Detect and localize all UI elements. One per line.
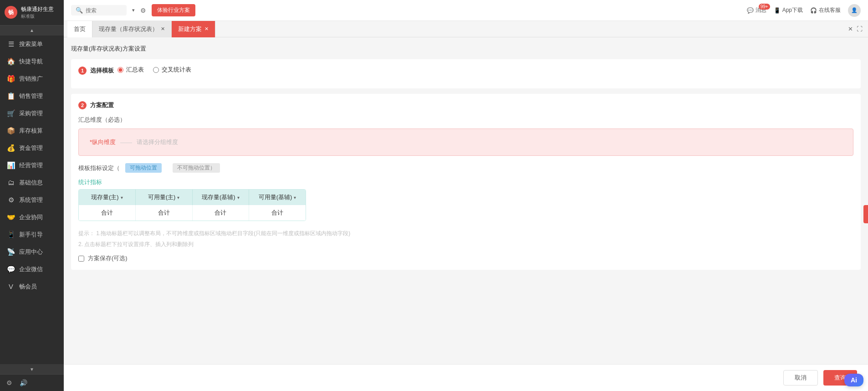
step2-header: 2 方案配置 (78, 101, 853, 109)
tab-home[interactable]: 首页 (67, 21, 92, 37)
step2-badge: 2 (78, 101, 87, 109)
stat-table-section: 统计指标 现存量(主) ▾ 可用量(主) ▾ 现存量(基辅) (78, 178, 853, 222)
stat-col-1[interactable]: 现存量(主) ▾ (79, 190, 136, 205)
sidebar-item-basic-info[interactable]: 🗂 基础信息 (0, 174, 64, 191)
stat-cell-1: 合计 (79, 205, 136, 221)
app-download-item[interactable]: 📱 App下载 (774, 6, 803, 14)
wechat-icon: 💬 (6, 265, 15, 273)
topbar: 🔍 ▾ ⚙ 体验行业方案 💬 消息 99+ 📱 App下载 🎧 在线客服 (64, 0, 868, 21)
sidebar-item-sales[interactable]: 📋 销售管理 (0, 87, 64, 105)
sidebar-scroll-up[interactable]: ▲ (0, 26, 64, 36)
sidebar-item-finance[interactable]: 💰 资金管理 (0, 139, 64, 157)
sidebar-item-system[interactable]: ⚙ 系统管理 (0, 191, 64, 209)
topbar-dropdown[interactable]: ▾ (132, 7, 135, 13)
guide-icon: 📱 (6, 231, 15, 239)
stat-col-4[interactable]: 可用量(基辅) ▾ (249, 190, 306, 205)
sidebar-item-operation[interactable]: 📊 经营管理 (0, 157, 64, 174)
sidebar-scroll-down[interactable]: ▼ (0, 364, 64, 374)
gift-icon: 🎁 (6, 75, 15, 83)
bottom-actions: 取消 查询 (64, 364, 868, 391)
summary-dimension-label: 汇总维度（必选） (78, 116, 853, 124)
statistics-label: 统计指标 (78, 178, 853, 186)
metrics-settings: 模板指标设定（ 可拖动位置 不可拖动位置） (78, 163, 853, 173)
sidebar-item-purchase[interactable]: 🛒 采购管理 (0, 105, 64, 122)
scroll-handle[interactable] (863, 205, 868, 223)
chevron-col1-icon: ▾ (121, 195, 123, 200)
step2-title: 方案配置 (90, 101, 114, 109)
non-draggable-badge-text: 不可拖动位置） (173, 163, 220, 173)
sidebar: 畅 畅康通好生意 标准版 ▲ ☰ 搜索菜单 🏠 快捷导航 🎁 营销推广 📋 销售… (0, 0, 64, 391)
message-icon: 💬 (747, 7, 754, 14)
ai-float-button[interactable]: Ai (844, 374, 863, 386)
sidebar-bottom: ⚙ 🔊 (0, 374, 64, 391)
dimension-placeholder: 请选择分组维度 (137, 138, 178, 146)
stat-table-body: 合计 合计 合计 合计 (79, 205, 306, 221)
sidebar-item-search[interactable]: ☰ 搜索菜单 (0, 36, 64, 53)
stat-table: 现存量(主) ▾ 可用量(主) ▾ 现存量(基辅) ▾ 可用量(基辅) (78, 189, 306, 221)
topbar-gear-icon[interactable]: ⚙ (140, 7, 146, 14)
tab-inventory-status[interactable]: 现存量（库存状况表） ✕ (92, 21, 172, 37)
messages-item[interactable]: 💬 消息 99+ (747, 6, 766, 14)
template-row: 汇总表 交叉统计表 (117, 66, 191, 74)
search-input[interactable] (86, 7, 122, 14)
save-checkbox-label[interactable]: 方案保存(可选) (88, 254, 128, 262)
step1-section: 1 选择模板 汇总表 交叉统计表 (71, 59, 861, 88)
radio-cross-label: 交叉统计表 (162, 66, 191, 74)
operation-icon: 📊 (6, 161, 15, 170)
sidebar-item-app-center[interactable]: 📡 应用中心 (0, 243, 64, 261)
basic-info-icon: 🗂 (6, 179, 15, 186)
purchase-icon: 🛒 (6, 109, 15, 118)
headset-icon: 🎧 (810, 7, 817, 14)
close-panel-icon[interactable]: ✕ (848, 26, 853, 32)
cancel-button[interactable]: 取消 (783, 370, 818, 386)
sidebar-item-contract[interactable]: 🤝 企业协同 (0, 209, 64, 226)
expand-icon[interactable]: ⛶ (857, 26, 863, 32)
contract-icon: 🤝 (6, 213, 15, 221)
vertical-dimension-label: *纵向维度 (90, 138, 116, 146)
sales-icon: 📋 (6, 92, 15, 100)
sidebar-item-marketing[interactable]: 🎁 营销推广 (0, 70, 64, 87)
online-service-item[interactable]: 🎧 在线客服 (810, 6, 841, 14)
sidebar-item-inventory[interactable]: 📦 库存核算 (0, 122, 64, 139)
speaker-icon[interactable]: 🔊 (20, 379, 27, 386)
dimension-area[interactable]: *纵向维度 —— 请选择分组维度 (78, 129, 853, 156)
content-area: 现存量(库存状况表)方案设置 1 选择模板 汇总表 交叉统计表 (64, 37, 868, 391)
sidebar-item-member[interactable]: V 畅会员 (0, 278, 64, 295)
settings-icon[interactable]: ⚙ (6, 379, 12, 386)
sidebar-logo: 畅 畅康通好生意 标准版 (0, 0, 64, 26)
trial-button[interactable]: 体验行业方案 (152, 4, 195, 16)
radio-cross-input[interactable] (153, 67, 159, 73)
tips-section: 提示： 1.拖动标题栏可以调整布局，不可跨维度或指标区域拖动栏目字段(只能在同一… (78, 228, 853, 250)
radio-cross[interactable]: 交叉统计表 (153, 66, 191, 74)
tab-expand-buttons[interactable]: ✕ ⛶ (842, 26, 868, 32)
app-download-icon: 📱 (774, 7, 781, 14)
tip-1: 提示： 1.拖动标题栏可以调整布局，不可跨维度或指标区域拖动栏目字段(只能在同一… (78, 228, 853, 239)
system-icon: ⚙ (6, 196, 15, 204)
tab-inventory-close-icon[interactable]: ✕ (161, 26, 165, 31)
stat-col-2[interactable]: 可用量(主) ▾ (136, 190, 193, 205)
tab-new-plan-close-icon[interactable]: ✕ (204, 26, 209, 31)
home-icon: 🏠 (6, 57, 15, 66)
logo-text: 畅康通好生意 标准版 (21, 5, 54, 20)
stat-col-3[interactable]: 现存量(基辅) ▾ (193, 190, 250, 205)
sidebar-item-guide[interactable]: 📱 新手引导 (0, 226, 64, 243)
sidebar-nav: ☰ 搜索菜单 🏠 快捷导航 🎁 营销推广 📋 销售管理 🛒 采购管理 📦 库存核… (0, 36, 64, 364)
step2-section: 2 方案配置 汇总维度（必选） *纵向维度 —— 请选择分组维度 模板指标设定（… (71, 94, 861, 270)
search-menu-icon: ☰ (6, 40, 15, 48)
tab-new-plan[interactable]: 新建方案 ✕ (172, 21, 215, 37)
search-box[interactable]: 🔍 (71, 5, 127, 15)
app-center-icon: 📡 (6, 248, 15, 256)
sidebar-item-wechat[interactable]: 💬 企业微信 (0, 261, 64, 278)
chevron-col4-icon: ▾ (294, 195, 296, 200)
radio-summary[interactable]: 汇总表 (117, 66, 144, 74)
user-avatar[interactable]: 👤 (848, 4, 861, 17)
messages-badge: 99+ (759, 4, 770, 10)
inventory-icon: 📦 (6, 127, 15, 135)
sidebar-item-quick-nav[interactable]: 🏠 快捷导航 (0, 53, 64, 70)
stat-cell-3: 合计 (193, 205, 250, 221)
main-area: 🔍 ▾ ⚙ 体验行业方案 💬 消息 99+ 📱 App下载 🎧 在线客服 (64, 0, 868, 391)
dropdown-chevron-icon: ▾ (132, 7, 135, 13)
radio-summary-input[interactable] (117, 67, 123, 73)
chevron-col2-icon: ▾ (177, 195, 179, 200)
save-checkbox[interactable] (78, 256, 84, 262)
